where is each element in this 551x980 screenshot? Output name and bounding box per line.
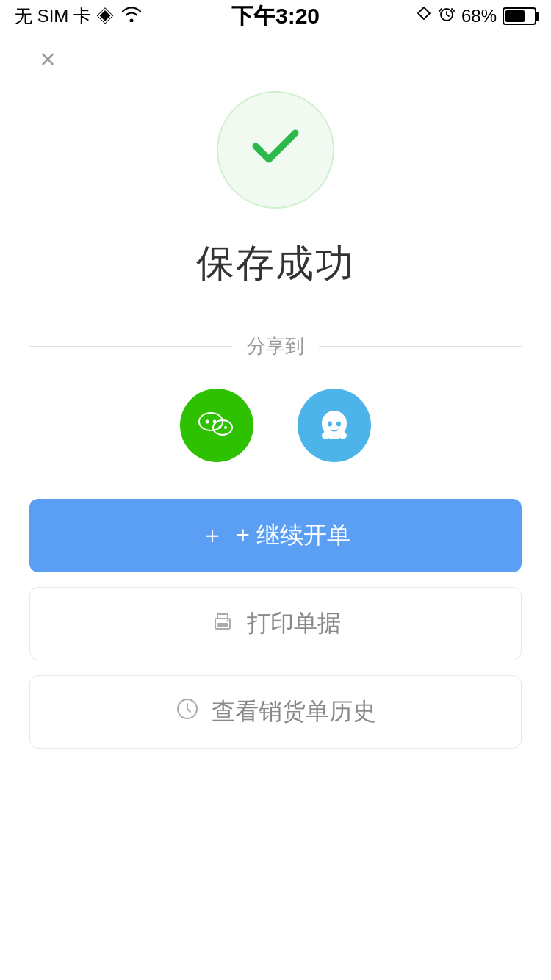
main-content: 保存成功 分享到 [0,32,551,749]
status-right: 68% [416,5,536,27]
svg-point-2 [206,420,209,424]
print-label: 打印单据 [247,608,341,640]
close-icon: × [40,46,55,73]
qq-share-button[interactable] [298,389,371,462]
location-icon [416,6,432,26]
share-section: 分享到 [0,334,551,462]
battery-percent: 68% [461,6,497,26]
continue-label: + 继续开单 [236,519,350,552]
share-divider: 分享到 [29,334,522,359]
history-label: 查看销货单历史 [212,696,376,728]
wechat-share-button[interactable] [180,389,253,462]
success-circle [217,91,334,209]
print-icon [210,608,235,639]
close-button[interactable]: × [29,41,66,78]
svg-point-11 [227,620,229,622]
share-label: 分享到 [247,334,304,359]
svg-point-5 [218,426,221,429]
success-title: 保存成功 [196,238,355,289]
svg-point-6 [224,426,227,429]
divider-right [319,346,522,347]
battery-icon [503,7,536,25]
status-time: 下午3:20 [231,1,320,32]
checkmark-icon [242,112,309,188]
wifi-icon [121,6,142,26]
divider-left [29,346,232,347]
history-icon [175,696,200,727]
actions-section: ＋ + 继续开单 打印单据 查看销货单历 [0,499,551,749]
status-bar: 无 SIM 卡 ◈ 下午3:20 68% [0,0,551,32]
continue-button[interactable]: ＋ + 继续开单 [29,499,522,572]
svg-rect-10 [217,623,228,627]
wechat-icon [195,403,239,447]
sim-label: 无 SIM 卡 ◈ [15,4,114,28]
status-left: 无 SIM 卡 ◈ [15,4,142,28]
alarm-icon [438,5,455,27]
qq-icon [314,405,355,446]
svg-point-7 [328,422,332,427]
history-button[interactable]: 查看销货单历史 [29,675,522,749]
print-button[interactable]: 打印单据 [29,587,522,660]
share-icons [29,389,522,462]
svg-point-8 [336,422,341,427]
plus-icon: ＋ [201,519,224,552]
